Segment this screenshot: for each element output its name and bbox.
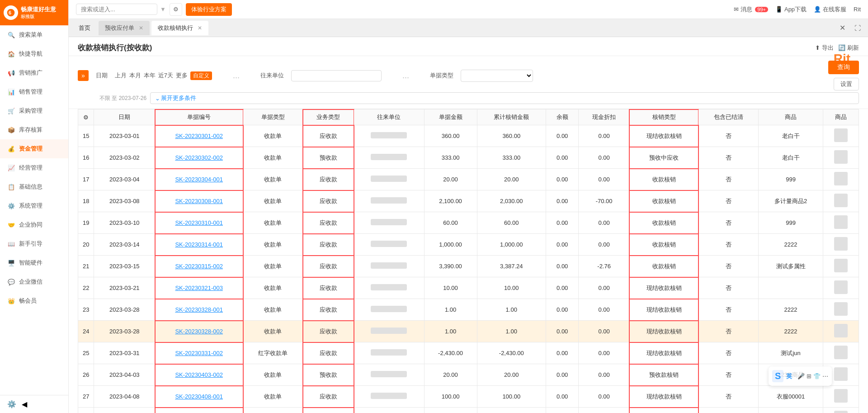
messages-link[interactable]: ✉ 消息 99+ (734, 5, 768, 14)
cell-verify-type: 收款核销 (629, 212, 698, 234)
cell-amount: 1.00 (424, 321, 477, 342)
date-this-month[interactable]: 本月 (129, 71, 141, 80)
doc-no-link[interactable]: SK-20230310-001 (175, 219, 223, 226)
tab-home[interactable]: 首页 (72, 21, 97, 35)
date-last-month[interactable]: 上月 (115, 71, 127, 80)
doc-no-link[interactable]: SK-20230308-001 (175, 198, 223, 204)
cell-doc-no[interactable]: SK-20230321-003 (155, 277, 243, 299)
watermark-dot: · (794, 373, 796, 380)
export-btn[interactable]: ⬆ 导出 (815, 44, 834, 52)
watermark-shirt-icon[interactable]: 👕 (813, 373, 821, 380)
date-last-7-days[interactable]: 近7天 (158, 71, 173, 80)
cell-verify-type: 现结收款核销 (629, 299, 698, 321)
watermark-mic-icon[interactable]: 🎤 (797, 373, 805, 380)
sidebar-item-marketing[interactable]: 📢 营销推广 (0, 63, 68, 82)
expand-collapse-btn[interactable]: » (78, 70, 89, 81)
sidebar-item-enterprise[interactable]: 🤝 企业协同 (0, 215, 68, 234)
cell-include-cleared: 否 (698, 125, 758, 147)
doc-no-link[interactable]: SK-20230301-002 (175, 133, 223, 139)
tab-maximize[interactable]: ⛶ (851, 24, 864, 32)
cell-doc-no[interactable]: SK-20230308-001 (155, 190, 243, 212)
topbar-gear-btn[interactable]: ⚙ (170, 3, 182, 16)
doc-no-link[interactable]: SK-20230403-002 (175, 371, 223, 378)
cell-doc-no[interactable]: SK-20230310-001 (155, 212, 243, 234)
cell-doc-no[interactable]: SK-20230314-001 (155, 234, 243, 256)
cell-doc-no[interactable]: SK-20230331-002 (155, 342, 243, 364)
cell-doc-no[interactable]: SK-20230304-001 (155, 169, 243, 190)
topbar-search-dropdown[interactable]: ▼ (76, 4, 166, 15)
collapse-icon[interactable]: ◀ (22, 400, 27, 408)
doc-no-link[interactable]: SK-20230331-002 (175, 350, 223, 356)
doc-no-link[interactable]: SK-20230328-001 (175, 306, 223, 313)
counterpart-input[interactable] (291, 70, 382, 81)
sidebar-item-sales[interactable]: 📊 销售管理 (0, 82, 68, 101)
watermark-text-icon[interactable]: 英 (786, 372, 792, 380)
sidebar-item-operation[interactable]: 📈 经营管理 (0, 158, 68, 177)
chevron-down-icon: ⌄ (155, 95, 160, 102)
topbar-search-input[interactable] (76, 4, 157, 15)
watermark-dots-icon[interactable]: ⋯ (822, 373, 828, 380)
refresh-btn[interactable]: 🔄 刷新 (838, 44, 859, 52)
cell-discount: 0.00 (579, 234, 629, 256)
cell-verify-type: 收款核销 (629, 256, 698, 277)
doc-no-link[interactable]: SK-20230321-003 (175, 285, 223, 291)
online-service-link[interactable]: 👤 在线客服 (814, 5, 846, 14)
cell-verify-type: 预收款核销 (629, 364, 698, 386)
cell-doc-no[interactable]: SK-20230301-002 (155, 125, 243, 147)
settings-icon[interactable]: ⚙️ (7, 400, 16, 408)
solution-btn[interactable]: 体验行业方案 (186, 3, 232, 16)
cell-biz-type: 应收款 (303, 386, 354, 408)
cell-verify-type: 现结收款核销 (629, 386, 698, 408)
sidebar-item-purchase[interactable]: 🛒 采购管理 (0, 101, 68, 120)
sidebar-item-basic[interactable]: 📋 基础信息 (0, 177, 68, 196)
cell-amount: 2,100.00 (424, 190, 477, 212)
date-this-year[interactable]: 本年 (144, 71, 156, 80)
doc-type-select[interactable] (461, 70, 533, 82)
cell-verified: 1.00 (477, 299, 546, 321)
cell-doc-no[interactable]: SK-20230418-001 (155, 408, 243, 413)
date-more[interactable]: 更多 (176, 71, 188, 80)
tab-close-window[interactable]: ✕ (836, 24, 849, 32)
expand-more-btn[interactable]: ⌄ 展开更多条件 (150, 92, 859, 104)
cell-date: 2023-03-14 (94, 234, 155, 256)
doc-no-link[interactable]: SK-20230314-001 (175, 241, 223, 248)
cell-doc-no[interactable]: SK-20230328-002 (155, 321, 243, 342)
set-button[interactable]: 设置 (834, 78, 859, 90)
doc-no-link[interactable]: SK-20230328-002 (175, 328, 223, 335)
tab-close-prepayment[interactable]: ✕ (139, 25, 143, 31)
cell-doc-no[interactable]: SK-20230408-001 (155, 386, 243, 408)
col-settings[interactable]: ⚙ (78, 109, 94, 125)
watermark-grid-icon[interactable]: ⊞ (807, 373, 811, 380)
tab-close-writeoff[interactable]: ✕ (198, 25, 202, 31)
inventory-icon: 📦 (7, 126, 15, 134)
date-custom[interactable]: 自定义 (190, 71, 212, 80)
tab-prepayment[interactable]: 预收应付单 ✕ (99, 21, 150, 35)
cell-amount: -2,430.00 (424, 342, 477, 364)
tab-writeoff[interactable]: 收款核销执行 ✕ (151, 21, 208, 35)
cell-doc-no[interactable]: SK-20230315-002 (155, 256, 243, 277)
cell-doc-no[interactable]: SK-20230328-001 (155, 299, 243, 321)
wechat-icon: 💬 (7, 278, 15, 286)
sidebar-item-search[interactable]: 🔍 搜索菜单 (0, 25, 68, 44)
sidebar-item-system[interactable]: ⚙️ 系统管理 (0, 196, 68, 215)
sidebar-item-member[interactable]: 👑 畅会员 (0, 291, 68, 310)
sidebar-item-shortcut[interactable]: 🏠 快捷导航 (0, 44, 68, 63)
sidebar-item-wechat[interactable]: 💬 企业微信 (0, 272, 68, 291)
doc-no-link[interactable]: SK-20230304-001 (175, 176, 223, 183)
doc-no-link[interactable]: SK-20230315-002 (175, 263, 223, 270)
sidebar-item-hardware[interactable]: 🖥️ 智能硬件 (0, 253, 68, 272)
doc-no-link[interactable]: SK-20230408-001 (175, 393, 223, 400)
sidebar-item-inventory[interactable]: 📦 库存核算 (0, 120, 68, 139)
doc-no-link[interactable]: SK-20230302-002 (175, 154, 223, 161)
cell-doc-no[interactable]: SK-20230403-002 (155, 364, 243, 386)
cell-product1: 多计量商品2 (758, 190, 823, 212)
sidebar-item-finance[interactable]: 💰 资金管理 (0, 139, 68, 158)
cell-doc-no[interactable]: SK-20230302-002 (155, 147, 243, 169)
app-download-link[interactable]: 📱 App下载 (775, 5, 807, 14)
service-icon: 👤 (814, 6, 821, 13)
cell-verify-type: 预收中应收 (629, 147, 698, 169)
cell-date: 2023-03-01 (94, 125, 155, 147)
cell-counterpart (354, 408, 425, 413)
sidebar-item-guide[interactable]: 📖 新手引导 (0, 234, 68, 253)
user-avatar[interactable]: Rit (854, 6, 861, 13)
